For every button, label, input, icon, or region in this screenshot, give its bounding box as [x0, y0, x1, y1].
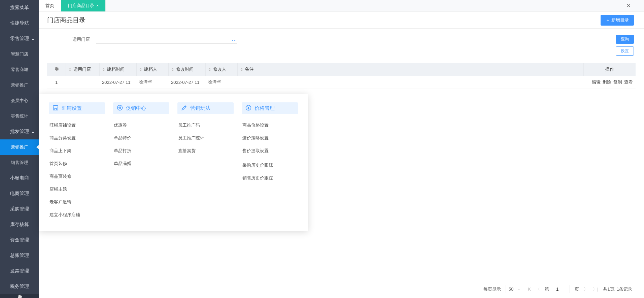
flyout-item[interactable]: 店铺主题	[49, 183, 105, 196]
close-tab-icon[interactable]: ✕	[626, 3, 631, 9]
sidebar-settings[interactable]	[0, 294, 39, 298]
col-store[interactable]: 适用门店	[66, 63, 99, 76]
sidebar-item[interactable]: 资金管理	[0, 232, 39, 248]
flyout-item[interactable]: 单品打折	[113, 144, 169, 157]
flyout-item[interactable]: 员工推广统计	[177, 132, 234, 144]
sidebar-item-label: 总账管理	[10, 253, 29, 259]
row-action[interactable]: 查看	[624, 79, 633, 85]
flyout-column: 促销中心优惠券单品特价单品打折单品满赠	[113, 102, 169, 221]
flyout-item[interactable]: 旺铺店铺设置	[49, 119, 105, 132]
pager-first[interactable]: K	[528, 287, 531, 292]
flyout-item[interactable]: 老客户邀请	[49, 196, 105, 208]
sidebar-item[interactable]: 销售管理	[0, 155, 39, 170]
sidebar: 搜索菜单快捷导航零售管理▲智慧门店零售商城营销推广会员中心零售统计批发管理▲营销…	[0, 0, 39, 298]
tab-label: 首页	[45, 3, 54, 9]
plus-icon: ＋	[606, 17, 610, 23]
table-row[interactable]: 12022-07-27 11:徐泽华2022-07-27 11:徐泽华编辑删除复…	[47, 76, 636, 89]
flyout-item[interactable]: 售价提取设置	[242, 144, 298, 157]
flyout-item[interactable]: 商品价格设置	[242, 119, 298, 132]
sidebar-item[interactable]: 搜索菜单	[0, 0, 39, 15]
fullscreen-icon[interactable]: ⛶	[636, 3, 641, 9]
marketing-flyout: 旺铺设置旺铺店铺设置商品分类设置商品上下架首页装修商品页装修店铺主题老客户邀请建…	[39, 94, 308, 231]
sidebar-item[interactable]: 智慧门店	[0, 46, 39, 62]
pager-summary: 共1页, 1条记录	[603, 286, 632, 292]
flyout-item[interactable]: 首页装修	[49, 157, 105, 170]
pager-last[interactable]: 〉|	[593, 286, 598, 292]
row-action[interactable]: 复制	[613, 79, 622, 85]
flyout-item[interactable]: 单品特价	[113, 132, 169, 144]
tab-label: 门店商品目录	[68, 3, 94, 9]
sidebar-item[interactable]: 税务管理	[0, 279, 39, 294]
price-icon	[245, 104, 252, 112]
col-modified-by[interactable]: 修改人	[205, 63, 237, 76]
add-catalog-button[interactable]: ＋ 新增目录	[601, 15, 634, 26]
flyout-item[interactable]: 销售历史价跟踪	[242, 172, 298, 185]
sidebar-item[interactable]: 电商管理	[0, 186, 39, 201]
sidebar-item-label: 资金管理	[10, 237, 29, 243]
per-page-label: 每页显示	[483, 286, 501, 292]
sidebar-item-label: 营销推广	[11, 144, 28, 150]
page-header: 门店商品目录 ＋ 新增目录	[39, 12, 644, 29]
sidebar-item[interactable]: 营销推广	[0, 77, 39, 93]
filter-store-input[interactable]	[96, 37, 232, 42]
flyout-header: 旺铺设置	[49, 102, 105, 114]
col-created-by[interactable]: 建档人	[136, 63, 168, 76]
flyout-item[interactable]: 员工推广码	[177, 119, 234, 132]
col-remark[interactable]: 备注	[237, 63, 583, 76]
flyout-item[interactable]: 进价策略设置	[242, 132, 298, 144]
sidebar-item[interactable]: 库存核算	[0, 217, 39, 232]
sidebar-item-label: 智慧门店	[11, 51, 28, 57]
pager-prev[interactable]: 〈	[536, 286, 540, 292]
sidebar-item[interactable]: 快捷导航	[0, 15, 39, 31]
sidebar-item[interactable]: 零售统计	[0, 108, 39, 124]
flyout-item[interactable]: 商品页装修	[49, 170, 105, 183]
flyout-item[interactable]: 单品满赠	[113, 157, 169, 170]
flyout-item[interactable]: 直播卖货	[177, 144, 234, 157]
sidebar-item[interactable]: 小畅电商	[0, 170, 39, 186]
page-input[interactable]	[554, 285, 570, 293]
sidebar-item-label: 搜索菜单	[10, 5, 29, 11]
sidebar-item[interactable]: 营销推广	[0, 139, 39, 155]
flyout-column-title: 促销中心	[126, 105, 146, 111]
promo-icon	[116, 104, 123, 112]
row-action[interactable]: 编辑	[592, 79, 601, 85]
per-page-select[interactable]: 50 ⌄	[506, 285, 523, 293]
tab[interactable]: 首页	[39, 0, 61, 11]
row-action[interactable]: 删除	[603, 79, 611, 85]
flyout-item[interactable]: 优惠券	[113, 119, 169, 132]
flyout-item[interactable]: 商品上下架	[49, 144, 105, 157]
sidebar-item[interactable]: 会员中心	[0, 93, 39, 108]
query-button[interactable]: 查询	[616, 35, 634, 44]
page-title: 门店商品目录	[47, 16, 86, 25]
sidebar-item-label: 库存核算	[10, 222, 29, 228]
catalog-table: 适用门店 建档时间 建档人 修改时间 修改人 备注 操作 12022-07-27…	[47, 63, 636, 89]
flyout-item[interactable]: 建立小程序店铺	[49, 208, 105, 221]
sidebar-item-label: 电商管理	[10, 191, 29, 197]
flyout-item[interactable]: 商品分类设置	[49, 132, 105, 144]
flyout-header: 营销玩法	[177, 102, 234, 114]
chevron-up-icon: ▲	[31, 130, 35, 134]
sidebar-item[interactable]: 采购管理	[0, 201, 39, 217]
sidebar-item[interactable]: 发票管理	[0, 263, 39, 279]
sidebar-item[interactable]: 零售管理▲	[0, 31, 39, 46]
sidebar-item[interactable]: 零售商城	[0, 62, 39, 77]
sidebar-item[interactable]: 批发管理▲	[0, 124, 39, 139]
settings-button[interactable]: 设置	[616, 46, 634, 56]
pager-next[interactable]: 〉	[584, 286, 588, 292]
active-indicator	[36, 145, 39, 149]
filter-store-picker[interactable]: …	[232, 36, 237, 42]
gear-icon	[17, 294, 22, 298]
col-gear[interactable]	[47, 63, 66, 76]
col-modified-at[interactable]: 修改时间	[168, 63, 205, 76]
tab[interactable]: 门店商品目录×	[61, 0, 106, 11]
col-created-at[interactable]: 建档时间	[99, 63, 136, 76]
sidebar-item-label: 零售商城	[11, 67, 28, 73]
sidebar-item[interactable]: 总账管理	[0, 248, 39, 263]
sidebar-item-label: 销售管理	[11, 160, 28, 166]
sidebar-item-label: 零售统计	[11, 113, 28, 119]
pen-icon	[181, 104, 188, 112]
filter-row: 适用门店 … 查询 设置	[39, 29, 644, 63]
close-icon[interactable]: ×	[96, 3, 99, 8]
flyout-column: 价格管理商品价格设置进价策略设置售价提取设置采购历史价跟踪销售历史价跟踪	[242, 102, 298, 221]
flyout-item[interactable]: 采购历史价跟踪	[242, 158, 298, 172]
